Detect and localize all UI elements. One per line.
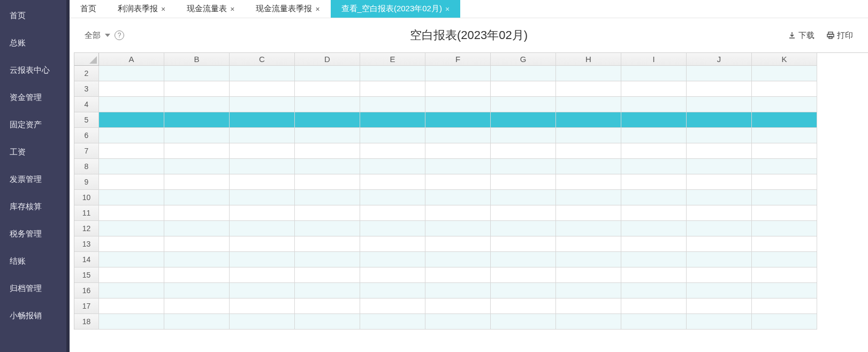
cell[interactable]: [556, 299, 621, 314]
cell[interactable]: [99, 205, 164, 221]
row-header[interactable]: 10: [74, 190, 99, 205]
cell[interactable]: [621, 128, 687, 143]
cell[interactable]: [99, 66, 164, 81]
cell[interactable]: [621, 143, 687, 159]
sidebar-item[interactable]: 工资: [0, 139, 70, 166]
row-header[interactable]: 17: [74, 299, 99, 314]
cell[interactable]: [99, 299, 164, 314]
column-header[interactable]: G: [491, 53, 556, 66]
cell[interactable]: [491, 190, 556, 205]
cell[interactable]: [164, 190, 230, 205]
column-header[interactable]: J: [687, 53, 752, 66]
cell[interactable]: [230, 221, 295, 236]
select-all-corner[interactable]: [74, 53, 99, 66]
cell[interactable]: [164, 112, 230, 128]
cell[interactable]: [556, 128, 621, 143]
cell[interactable]: [556, 252, 621, 267]
cell[interactable]: [752, 252, 817, 267]
row-header[interactable]: 3: [74, 81, 99, 97]
cell[interactable]: [752, 236, 817, 252]
cell[interactable]: [99, 252, 164, 267]
spreadsheet[interactable]: ABCDEFGHIJK23456789101112131415161718: [70, 52, 868, 352]
cell[interactable]: [425, 159, 491, 174]
row-header[interactable]: 16: [74, 283, 99, 299]
cell[interactable]: [491, 66, 556, 81]
cell[interactable]: [621, 112, 687, 128]
download-button[interactable]: 下载: [788, 30, 814, 41]
close-icon[interactable]: ×: [230, 5, 234, 13]
cell[interactable]: [164, 267, 230, 283]
cell[interactable]: [360, 66, 425, 81]
cell[interactable]: [99, 143, 164, 159]
cell[interactable]: [295, 283, 360, 299]
cell[interactable]: [360, 205, 425, 221]
cell[interactable]: [164, 97, 230, 112]
cell[interactable]: [752, 128, 817, 143]
sidebar-item[interactable]: 首页: [0, 2, 70, 29]
cell[interactable]: [230, 205, 295, 221]
cell[interactable]: [621, 81, 687, 97]
column-header[interactable]: I: [621, 53, 687, 66]
row-header[interactable]: 11: [74, 205, 99, 221]
column-header[interactable]: A: [99, 53, 164, 66]
row-header[interactable]: 2: [74, 66, 99, 81]
cell[interactable]: [621, 267, 687, 283]
cell[interactable]: [621, 236, 687, 252]
cell[interactable]: [164, 81, 230, 97]
cell[interactable]: [360, 81, 425, 97]
cell[interactable]: [687, 205, 752, 221]
cell[interactable]: [230, 174, 295, 190]
cell[interactable]: [752, 314, 817, 330]
cell[interactable]: [621, 190, 687, 205]
cell[interactable]: [425, 236, 491, 252]
close-icon[interactable]: ×: [315, 5, 319, 13]
cell[interactable]: [295, 205, 360, 221]
sidebar-item[interactable]: 云报表中心: [0, 57, 70, 84]
cell[interactable]: [491, 205, 556, 221]
cell[interactable]: [360, 112, 425, 128]
cell[interactable]: [687, 267, 752, 283]
cell[interactable]: [295, 159, 360, 174]
cell[interactable]: [164, 128, 230, 143]
cell[interactable]: [491, 128, 556, 143]
cell[interactable]: [687, 112, 752, 128]
cell[interactable]: [687, 299, 752, 314]
cell[interactable]: [164, 174, 230, 190]
cell[interactable]: [164, 221, 230, 236]
row-header[interactable]: 8: [74, 159, 99, 174]
cell[interactable]: [230, 66, 295, 81]
cell[interactable]: [621, 174, 687, 190]
cell[interactable]: [556, 236, 621, 252]
sidebar-item[interactable]: 库存核算: [0, 193, 70, 220]
cell[interactable]: [621, 97, 687, 112]
cell[interactable]: [360, 221, 425, 236]
cell[interactable]: [295, 267, 360, 283]
cell[interactable]: [425, 128, 491, 143]
row-header[interactable]: 18: [74, 314, 99, 330]
cell[interactable]: [164, 314, 230, 330]
cell[interactable]: [360, 236, 425, 252]
cell[interactable]: [752, 283, 817, 299]
cell[interactable]: [752, 221, 817, 236]
tab[interactable]: 现金流量表×: [176, 0, 245, 18]
cell[interactable]: [99, 267, 164, 283]
cell[interactable]: [230, 314, 295, 330]
cell[interactable]: [230, 267, 295, 283]
cell[interactable]: [230, 81, 295, 97]
cell[interactable]: [556, 283, 621, 299]
cell[interactable]: [295, 252, 360, 267]
cell[interactable]: [556, 159, 621, 174]
cell[interactable]: [621, 314, 687, 330]
cell[interactable]: [360, 159, 425, 174]
cell[interactable]: [425, 267, 491, 283]
cell[interactable]: [230, 236, 295, 252]
sidebar-item[interactable]: 归档管理: [0, 275, 70, 302]
cell[interactable]: [687, 314, 752, 330]
cell[interactable]: [556, 190, 621, 205]
cell[interactable]: [295, 143, 360, 159]
cell[interactable]: [425, 112, 491, 128]
sidebar-item[interactable]: 固定资产: [0, 111, 70, 139]
cell[interactable]: [295, 236, 360, 252]
cell[interactable]: [99, 128, 164, 143]
cell[interactable]: [556, 81, 621, 97]
